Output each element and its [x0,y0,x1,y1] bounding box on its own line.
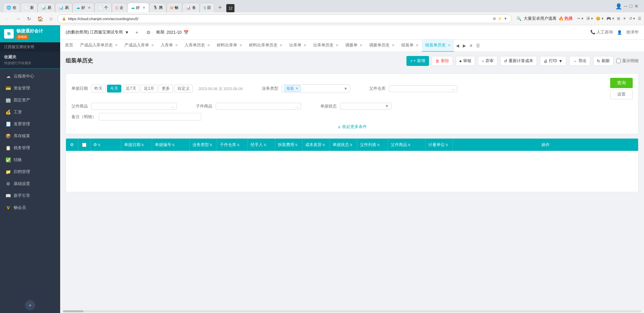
tab-transfer-history[interactable]: 调拨单历史 ✕ [366,40,398,52]
qr-icon[interactable]: ⊞ [493,17,496,20]
search-box[interactable]: 🔍 大量安卓用户逃离 🔥 热搜 [514,16,575,22]
grid-tool[interactable]: ⊞ [617,16,620,21]
tab-stock-out-close[interactable]: ✕ [304,43,306,47]
set-btn[interactable]: 设置 [610,89,633,99]
browser-tab-1[interactable]: 🌐 在 [3,3,20,12]
lightning-icon[interactable]: ⚡ [498,17,502,20]
th-handler[interactable]: 经手人 ⇅ [248,139,275,151]
tab-assembly-close[interactable]: ✕ [416,43,418,47]
profile-icon[interactable]: 👤 [615,3,622,10]
add-btn[interactable]: + + 新增 [406,56,429,66]
company-selector[interactable]: (勿删勿禁用) 江西服宝测试专用 ▼ [66,29,129,35]
tab-next-btn[interactable]: ▶ [461,42,468,49]
browser-tab-12[interactable]: S 目 [200,3,215,12]
more-date-btn[interactable]: 更多 [159,85,173,93]
doc-status-selector[interactable]: ▼ [340,103,391,110]
sidebar-item-fund[interactable]: 💳 资金管理 [0,82,60,94]
tab-stock-in-history-close[interactable]: ✕ [207,43,210,47]
collapse-btn[interactable]: ∧ 收起更多条件 [71,124,633,130]
consult-btn[interactable]: 📞 人工咨询 [590,29,613,35]
browser-tab-8[interactable]: ☁ 好 ✕ [127,3,149,12]
parent-goods-ellipsis[interactable]: ... [171,104,174,109]
game-tool[interactable]: 🎮 ▾ [606,16,614,21]
sidebar-item-inventory[interactable]: 📦 库存核算 [0,130,60,142]
export-btn[interactable]: → 导出 [569,56,590,66]
child-goods-selector[interactable]: ... [216,103,301,110]
browser-tab-6[interactable]: 📄 个 [94,3,112,12]
address-bar[interactable]: 🔒 https://cloud.chanjet.com/accounting/u… [57,14,512,23]
sidebar-favorites[interactable]: 收藏夹 快捷键打开收藏夹 [0,52,60,68]
tab-prev-btn[interactable]: ◀ [454,42,461,49]
close-btn[interactable]: ✕ [634,3,639,9]
tab-product-in-history[interactable]: 产成品入库单历史 ✕ [77,40,121,52]
maximize-btn[interactable]: □ [630,3,632,9]
tab-material-out-close[interactable]: ✕ [239,43,242,47]
th-parent-goods[interactable]: 父件商品 ⇅ [388,139,426,151]
tab-material-out-history-close[interactable]: ✕ [280,43,282,47]
warehouse-ellipsis[interactable]: ... [452,86,455,91]
new-tab-btn[interactable]: + [215,3,225,12]
sidebar-item-guide[interactable]: 📖 新手引导 [0,190,60,202]
th-parent-list[interactable]: 父件列表 ⇅ [357,139,388,151]
th-business-type[interactable]: 业务类型 ⇅ [190,139,217,151]
th-child-warehouse[interactable]: 子件仓库 ⇅ [217,139,248,151]
minimize-btn[interactable]: ─ [624,3,628,9]
scrollbar-track[interactable] [63,310,641,312]
last-month-btn[interactable]: 近1月 [141,85,158,93]
tab-stock-in[interactable]: 入库单 ✕ [157,40,181,52]
tab-assembly-history[interactable]: 组装单历史 ✕ [422,40,454,52]
sidebar-item-fixed-assets[interactable]: 🏢 固定资产 [0,94,60,106]
tab-home[interactable]: 首页 [62,40,77,52]
menu-tool[interactable]: ☰ [638,16,641,21]
parent-goods-selector[interactable]: ... [91,103,177,110]
tab-close-all-btn[interactable]: ✕ [468,42,474,49]
th-doc-no[interactable]: 单据编号 ⇅ [152,139,190,151]
sidebar-item-salary[interactable]: 💰 工资 [0,106,60,118]
tab-stock-in-history[interactable]: 入库单历史 ✕ [181,40,213,52]
home-btn[interactable]: 🏠 [36,14,44,23]
emoji-tool[interactable]: 😊 ▾ [596,16,604,21]
tab-material-out-history[interactable]: 材料出库单历史 ✕ [245,40,286,52]
sidebar-item-member[interactable]: V 畅会员 [0,202,60,214]
scrollbar-thumb[interactable] [63,310,83,312]
undo-tool[interactable]: ↺ ▾ [629,16,635,21]
th-checkbox[interactable] [78,139,91,151]
th-doc-date[interactable]: 单据日期 ⇅ [121,139,152,151]
sidebar-item-basic[interactable]: ⚙ 基础设置 [0,178,60,190]
tab-assembly-history-close[interactable]: ✕ [448,43,451,47]
th-doc-status[interactable]: 单据状态 ⇅ [330,139,357,151]
notes-input[interactable] [99,113,201,120]
abandon-btn[interactable]: ○ 弃审 [478,56,497,66]
th-doc-type[interactable]: ⚙ ⇅ [91,139,121,151]
tab-material-out[interactable]: 材料出库单 ✕ [213,40,245,52]
child-goods-ellipsis[interactable]: ... [295,104,299,109]
th-disassembly-cost[interactable]: 拆装费用 ⇅ [275,139,303,151]
sidebar-item-invoice[interactable]: 🧾 发票管理 [0,118,60,130]
browser-tab-5[interactable]: ☁ 好 ✕ [72,3,94,12]
reload-btn[interactable]: ↻ [25,14,33,23]
tab-assembly[interactable]: 组装单 ✕ [398,40,422,52]
th-unit[interactable]: 计量单位 ⇅ [426,139,453,151]
th-cost-diff[interactable]: 成本差异 ⇅ [303,139,330,151]
selector-dropdown-icon[interactable]: ▼ [344,86,348,91]
tab-transfer-close[interactable]: ✕ [360,43,362,47]
show-detail-input[interactable] [616,59,621,63]
bookmark-btn[interactable]: ☆ [46,14,55,23]
browser-tab-10[interactable]: M 畅 [166,3,182,12]
settings-btn[interactable]: ⚙ [145,29,152,36]
today-btn[interactable]: 今天 [107,85,121,93]
tab-product-in-close[interactable]: ✕ [151,43,154,47]
sun-tool[interactable]: ☀ [623,16,626,21]
th-settings[interactable]: ⚙ [66,139,78,151]
scissors-tool[interactable]: ✂ ▾ [577,16,583,21]
browser-tab-11[interactable]: 📊 各 [182,3,200,12]
custom-date-btn[interactable]: 自定义 [174,85,193,93]
print-btn[interactable]: 🖨 打印 ▼ [540,56,566,66]
tab-product-in-history-close[interactable]: ✕ [115,43,118,47]
add-company-btn[interactable]: + [133,29,140,36]
sidebar-item-cloud-report[interactable]: ☁ 云报表中心 [0,70,60,82]
tab-transfer[interactable]: 调拨单 ✕ [342,40,366,52]
tab-transfer-history-close[interactable]: ✕ [392,43,394,47]
parent-warehouse-selector[interactable]: ... [389,85,457,92]
browser-tab-2[interactable]: 📄 新 [20,3,38,12]
